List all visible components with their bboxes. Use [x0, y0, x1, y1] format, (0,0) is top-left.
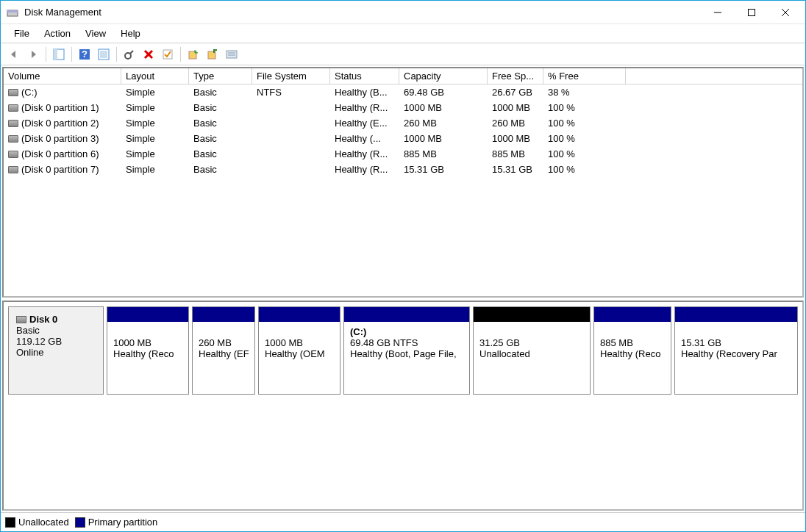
menu-view[interactable]: View	[78, 25, 113, 42]
partition-bar	[259, 307, 340, 322]
partition-bar	[675, 307, 797, 322]
maximize-button[interactable]	[735, 1, 768, 24]
help-button[interactable]: ?	[76, 46, 93, 63]
delete-button[interactable]	[140, 46, 157, 63]
partition-block[interactable]: 260 MBHealthy (EF	[192, 306, 255, 395]
legend-primary: Primary partition	[75, 517, 158, 528]
volume-icon	[8, 151, 18, 158]
volume-status: Healthy (R...	[330, 102, 399, 113]
toolbar-separator	[116, 47, 117, 62]
col-capacity[interactable]: Capacity	[399, 68, 488, 84]
col-volume[interactable]: Volume	[4, 68, 121, 84]
menu-file[interactable]: File	[7, 25, 37, 42]
volume-icon	[8, 166, 18, 173]
disk-type: Basic	[16, 325, 96, 336]
toolbar-separator	[46, 47, 46, 62]
volume-name: (Disk 0 partition 3)	[21, 133, 99, 144]
disk-label[interactable]: Disk 0 Basic 119.12 GB Online	[8, 306, 104, 395]
partition-status: Healthy (Reco	[600, 348, 665, 359]
volume-layout: Simple	[121, 133, 189, 144]
partition-size: 15.31 GB	[681, 337, 791, 348]
volume-layout: Simple	[121, 118, 189, 129]
partition-status: Unallocated	[479, 348, 584, 359]
partition-block[interactable]: 31.25 GBUnallocated	[473, 306, 591, 395]
col-type[interactable]: Type	[189, 68, 252, 84]
svg-line-13	[130, 51, 133, 54]
primary-swatch	[75, 517, 85, 528]
volume-pct: 100 %	[543, 118, 626, 129]
partition-bar	[474, 307, 590, 322]
menu-action[interactable]: Action	[37, 25, 78, 42]
partition-status: Healthy (Reco	[113, 348, 182, 359]
volume-layout: Simple	[121, 87, 189, 98]
volume-row[interactable]: (C:)SimpleBasicNTFSHealthy (B...69.48 GB…	[4, 85, 802, 100]
volume-icon	[8, 135, 18, 143]
partition-block[interactable]: 1000 MBHealthy (OEM	[258, 306, 340, 395]
volume-layout: Simple	[121, 148, 189, 159]
volume-free: 885 MB	[488, 148, 543, 159]
volume-icon	[8, 104, 18, 112]
toolbar-separator	[71, 47, 72, 62]
forward-button[interactable]	[24, 46, 42, 63]
volume-name: (Disk 0 partition 6)	[21, 148, 99, 159]
volume-row[interactable]: (Disk 0 partition 6)SimpleBasicHealthy (…	[4, 146, 802, 162]
toolbar-separator	[180, 47, 181, 62]
partition-bar	[344, 307, 469, 322]
volume-row[interactable]: (Disk 0 partition 2)SimpleBasicHealthy (…	[4, 115, 802, 131]
refresh-button[interactable]	[121, 46, 138, 63]
more-actions-button[interactable]	[223, 46, 240, 63]
volume-status: Healthy (R...	[330, 164, 399, 175]
volume-capacity: 1000 MB	[399, 102, 488, 113]
volume-row[interactable]: (Disk 0 partition 7)SimpleBasicHealthy (…	[4, 162, 802, 177]
col-free[interactable]: Free Sp...	[488, 68, 543, 84]
partition-size: 69.48 GB NTFS	[350, 337, 463, 348]
volume-rows: (C:)SimpleBasicNTFSHealthy (B...69.48 GB…	[4, 85, 802, 296]
volume-status: Healthy (B...	[330, 87, 399, 98]
volume-type: Basic	[189, 118, 252, 129]
menu-help[interactable]: Help	[113, 25, 148, 42]
partition-block[interactable]: 15.31 GBHealthy (Recovery Par	[674, 306, 798, 395]
properties-button[interactable]	[159, 46, 176, 63]
partition-info: 885 MBHealthy (Reco	[594, 322, 671, 394]
create-vhd-button[interactable]	[185, 46, 202, 63]
col-status[interactable]: Status	[330, 68, 399, 84]
volume-row[interactable]: (Disk 0 partition 3)SimpleBasicHealthy (…	[4, 131, 802, 146]
volume-free: 1000 MB	[488, 133, 543, 144]
partition-block[interactable]: (C:)69.48 GB NTFSHealthy (Boot, Page Fil…	[343, 306, 470, 395]
volume-row[interactable]: (Disk 0 partition 1)SimpleBasicHealthy (…	[4, 100, 802, 115]
partition-bar	[107, 307, 188, 322]
volume-type: Basic	[189, 164, 252, 175]
col-filesystem[interactable]: File System	[252, 68, 330, 84]
volume-name: (Disk 0 partition 2)	[21, 118, 99, 129]
svg-point-12	[125, 53, 131, 59]
volume-icon	[8, 120, 18, 127]
minimize-button[interactable]	[701, 1, 735, 24]
settings-button[interactable]	[95, 46, 113, 63]
volume-pct: 100 %	[543, 164, 626, 175]
svg-rect-11	[100, 51, 107, 58]
back-button[interactable]	[5, 46, 23, 63]
volume-pct: 100 %	[543, 133, 626, 144]
volume-pct: 100 %	[543, 102, 626, 113]
volume-pct: 100 %	[543, 148, 626, 159]
col-pct[interactable]: % Free	[543, 68, 626, 84]
unallocated-swatch	[5, 517, 15, 528]
disk-map-pane: Disk 0 Basic 119.12 GB Online 1000 MBHea…	[2, 301, 804, 511]
partition-block[interactable]: 885 MBHealthy (Reco	[593, 306, 671, 395]
volume-status: Healthy (E...	[330, 118, 399, 129]
volume-capacity: 1000 MB	[399, 133, 488, 144]
svg-rect-17	[227, 51, 237, 58]
volume-free: 26.67 GB	[488, 87, 543, 98]
volume-type: Basic	[189, 133, 252, 144]
svg-rect-7	[54, 49, 57, 60]
col-layout[interactable]: Layout	[121, 68, 189, 84]
partition-info: 1000 MBHealthy (OEM	[259, 322, 340, 394]
volume-name: (Disk 0 partition 7)	[21, 164, 99, 175]
partition-info: 15.31 GBHealthy (Recovery Par	[675, 322, 797, 394]
partition-block[interactable]: 1000 MBHealthy (Reco	[107, 306, 189, 395]
close-button[interactable]	[768, 1, 802, 24]
column-headers: Volume Layout Type File System Status Ca…	[4, 68, 802, 85]
menubar: File Action View Help	[1, 24, 805, 43]
show-hide-tree-button[interactable]	[50, 46, 68, 63]
attach-vhd-button[interactable]	[204, 46, 221, 63]
